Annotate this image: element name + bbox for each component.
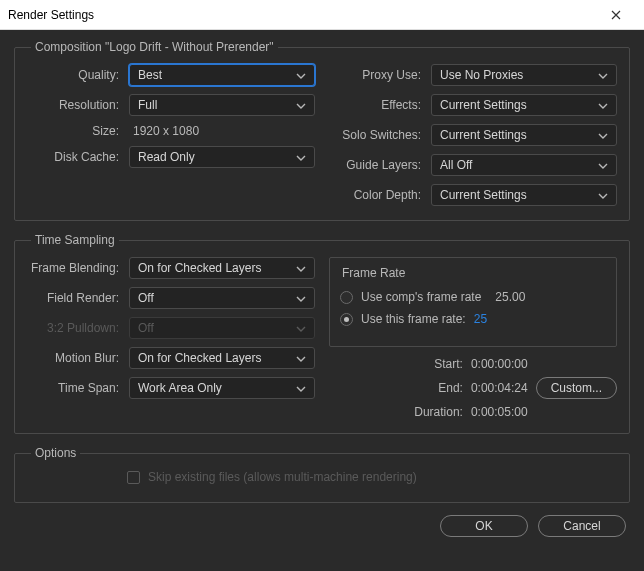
chevron-down-icon	[598, 160, 608, 170]
options-group: Options Skip existing files (allows mult…	[14, 446, 630, 503]
quality-select[interactable]: Best	[129, 64, 315, 86]
timespan-select[interactable]: Work Area Only	[129, 377, 315, 399]
ok-button[interactable]: OK	[440, 515, 528, 537]
effects-select[interactable]: Current Settings	[431, 94, 617, 116]
skip-existing-checkbox: Skip existing files (allows multi-machin…	[27, 470, 617, 484]
timespan-value: Work Area Only	[138, 381, 222, 395]
this-rate-value[interactable]: 25	[474, 312, 487, 326]
window-title: Render Settings	[8, 8, 596, 22]
quality-value: Best	[138, 68, 162, 82]
effects-value: Current Settings	[440, 98, 527, 112]
composition-group: Composition "Logo Drift - Without Preren…	[14, 40, 630, 221]
diskcache-value: Read Only	[138, 150, 195, 164]
pulldown-select: Off	[129, 317, 315, 339]
color-label: Color Depth:	[329, 188, 421, 202]
fieldrender-label: Field Render:	[27, 291, 119, 305]
proxy-select[interactable]: Use No Proxies	[431, 64, 617, 86]
fieldrender-select[interactable]: Off	[129, 287, 315, 309]
fieldrender-value: Off	[138, 291, 154, 305]
start-value: 0:00:00:00	[471, 357, 528, 371]
time-sampling-legend: Time Sampling	[31, 233, 119, 247]
size-value: 1920 x 1080	[129, 124, 199, 138]
diskcache-label: Disk Cache:	[27, 150, 119, 164]
guide-select[interactable]: All Off	[431, 154, 617, 176]
frameblend-label: Frame Blending:	[27, 261, 119, 275]
timespan-label: Time Span:	[27, 381, 119, 395]
radio-icon	[340, 291, 353, 304]
chevron-down-icon	[296, 152, 306, 162]
chevron-down-icon	[296, 100, 306, 110]
chevron-down-icon	[296, 70, 306, 80]
time-range: Start: 0:00:00:00 End: 0:00:04:24 Custom…	[329, 357, 617, 419]
framerate-group: Frame Rate Use comp's frame rate 25.00 U…	[329, 257, 617, 347]
motionblur-value: On for Checked Layers	[138, 351, 261, 365]
frameblend-value: On for Checked Layers	[138, 261, 261, 275]
dialog-content: Composition "Logo Drift - Without Preren…	[0, 30, 644, 571]
guide-value: All Off	[440, 158, 472, 172]
close-button[interactable]	[596, 0, 636, 29]
proxy-value: Use No Proxies	[440, 68, 523, 82]
options-legend: Options	[31, 446, 80, 460]
this-rate-label: Use this frame rate:	[361, 312, 466, 326]
motionblur-label: Motion Blur:	[27, 351, 119, 365]
comp-rate-label: Use comp's frame rate	[361, 290, 481, 304]
duration-value: 0:00:05:00	[471, 405, 528, 419]
start-label: Start:	[414, 357, 463, 371]
end-label: End:	[414, 381, 463, 395]
composition-legend: Composition "Logo Drift - Without Preren…	[31, 40, 278, 54]
skip-existing-label: Skip existing files (allows multi-machin…	[148, 470, 417, 484]
diskcache-select[interactable]: Read Only	[129, 146, 315, 168]
close-icon	[611, 10, 621, 20]
end-value: 0:00:04:24	[471, 381, 528, 395]
duration-label: Duration:	[414, 405, 463, 419]
effects-label: Effects:	[329, 98, 421, 112]
chevron-down-icon	[296, 263, 306, 273]
size-label: Size:	[27, 124, 119, 138]
resolution-label: Resolution:	[27, 98, 119, 112]
titlebar: Render Settings	[0, 0, 644, 30]
chevron-down-icon	[296, 353, 306, 363]
solo-label: Solo Switches:	[329, 128, 421, 142]
quality-label: Quality:	[27, 68, 119, 82]
chevron-down-icon	[296, 293, 306, 303]
motionblur-select[interactable]: On for Checked Layers	[129, 347, 315, 369]
guide-label: Guide Layers:	[329, 158, 421, 172]
checkbox-icon	[127, 471, 140, 484]
chevron-down-icon	[598, 100, 608, 110]
radio-use-this-rate[interactable]: Use this frame rate: 25	[340, 312, 606, 326]
chevron-down-icon	[296, 323, 306, 333]
resolution-select[interactable]: Full	[129, 94, 315, 116]
dialog-buttons: OK Cancel	[14, 515, 630, 537]
resolution-value: Full	[138, 98, 157, 112]
solo-value: Current Settings	[440, 128, 527, 142]
chevron-down-icon	[296, 383, 306, 393]
time-sampling-group: Time Sampling Frame Blending: On for Che…	[14, 233, 630, 434]
proxy-label: Proxy Use:	[329, 68, 421, 82]
chevron-down-icon	[598, 130, 608, 140]
color-value: Current Settings	[440, 188, 527, 202]
cancel-button[interactable]: Cancel	[538, 515, 626, 537]
pulldown-label: 3:2 Pulldown:	[27, 321, 119, 335]
custom-button[interactable]: Custom...	[536, 377, 617, 399]
chevron-down-icon	[598, 190, 608, 200]
solo-select[interactable]: Current Settings	[431, 124, 617, 146]
frameblend-select[interactable]: On for Checked Layers	[129, 257, 315, 279]
radio-use-comp-rate[interactable]: Use comp's frame rate 25.00	[340, 290, 606, 304]
pulldown-value: Off	[138, 321, 154, 335]
framerate-title: Frame Rate	[340, 266, 606, 280]
color-select[interactable]: Current Settings	[431, 184, 617, 206]
radio-icon	[340, 313, 353, 326]
comp-rate-value: 25.00	[495, 290, 525, 304]
chevron-down-icon	[598, 70, 608, 80]
